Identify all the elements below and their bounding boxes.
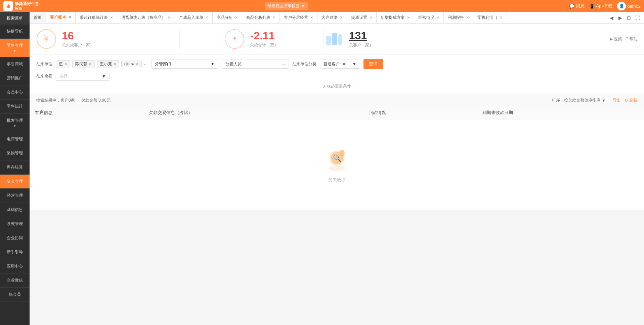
tab-close-stock-stat[interactable]: ✕ [168, 15, 171, 20]
tab-promotion-setting[interactable]: 提成设置 ✕ [347, 12, 377, 24]
main-layout: 搜索菜单 快捷导航 零售管理 ▼ 零售商城 营销推广 会员中心 零售统计 批 [0, 12, 644, 325]
tab-new-promotion[interactable]: 新增提成方案 ✕ [377, 12, 414, 24]
tab-purchase-order[interactable]: 采购订单统计表 ✕ [76, 12, 117, 24]
sidebar-item-operation-mgmt[interactable]: 经营管理 [0, 189, 30, 203]
sidebar-item-new-guide[interactable]: 新手引导 [0, 245, 30, 259]
tab-profit-report[interactable]: 利润报告 ✕ [444, 12, 473, 24]
sidebar-item-marketing[interactable]: 营销推广 [0, 71, 30, 85]
account-selector[interactable]: 母婴行业演示帐套 ▼ [265, 2, 308, 10]
tag-close-1[interactable]: ✕ [89, 62, 92, 66]
svg-text:✦: ✦ [232, 35, 238, 42]
tab-close-goods-analysis-list[interactable]: ✕ [272, 15, 275, 20]
sidebar-item-basic-info[interactable]: 基础信息 [0, 203, 30, 217]
tag-close-0[interactable]: ✕ [64, 62, 67, 66]
sidebar-item-corp-wechat[interactable]: 企业微信 [0, 274, 30, 288]
stat-values-3: 131 总客户（家） [349, 30, 373, 48]
tab-close-retail-profit[interactable]: ✕ [500, 15, 503, 20]
tag-close-3[interactable]: ✕ [136, 62, 139, 66]
person-selector[interactable]: 分管人员 ··· [222, 60, 289, 69]
unit-type-selector[interactable]: 普通客户 ✕ ▼ [320, 60, 360, 69]
tab-controls: ◀ ▶ ⊟ ⛶ [605, 14, 644, 22]
avatar: 👤 [617, 2, 626, 10]
filter-row-1: 往来单位 伍 ✕ 陈民强 ✕ 王小亮 [36, 59, 637, 69]
tab-customer-contact[interactable]: 客户联络 ✕ [317, 12, 347, 24]
tab-customer-tier[interactable]: 客户分层经营 ✕ [280, 12, 317, 24]
tab-close-customer-contact[interactable]: ✕ [340, 15, 343, 20]
tab-fullscreen[interactable]: ⛶ [634, 14, 641, 22]
tab-operation[interactable]: 经营情况 ✕ [414, 12, 444, 24]
tab-menu[interactable]: ⊟ [625, 14, 633, 22]
app-download-btn[interactable]: 📱 App下载 [589, 3, 612, 9]
top-bar: ⊕ 畅捷通好生意 标版 母婴行业演示帐套 ▼ 💬 消息 📱 App下载 👤 de [0, 0, 644, 12]
message-btn[interactable]: 💬 消息 [569, 3, 585, 9]
page-content: ¥ 16 总欠款客户（家） ✦ [30, 24, 644, 325]
sidebar-item-finance[interactable]: 资金管理 [0, 175, 30, 189]
svg-point-7 [329, 166, 345, 171]
tab-scroll-left[interactable]: ◀ [608, 14, 615, 22]
filter-more-btn[interactable]: ··· [144, 61, 148, 67]
query-button[interactable]: 查询 [363, 59, 383, 69]
stat-icon-1: ¥ [36, 29, 56, 49]
video-btn[interactable]: ▶ 视频 [610, 36, 622, 42]
col-due-date: 到期未收款日期 [477, 106, 644, 119]
sidebar-item-wholesale[interactable]: 批发管理 ▼ [0, 114, 30, 132]
sidebar-search[interactable]: 搜索菜单 [0, 12, 30, 25]
sidebar-item-quick-nav[interactable]: 快捷导航 [0, 25, 30, 39]
export-btn[interactable]: ↑ 导出 [610, 98, 621, 103]
collapse-toggle[interactable]: ∧ 收起更多条件 [323, 83, 351, 89]
svg-rect-6 [338, 34, 342, 45]
unit-type-label: 往来单位分类 [292, 61, 316, 67]
filter-tag-0: 伍 ✕ [56, 60, 70, 68]
sidebar-item-stock[interactable]: 库存核算 [0, 160, 30, 175]
sidebar-item-sys-mgmt[interactable]: 系统管理 [0, 217, 30, 231]
logo-text: 畅捷通好生意 标版 [15, 1, 39, 11]
empty-label: 暂无数据 [328, 177, 346, 183]
unit-type-clear[interactable]: ✕ [342, 62, 346, 66]
sidebar-item-vip-member[interactable]: 畅会员 [0, 288, 30, 302]
stat3-label: 总客户（家） [349, 42, 373, 48]
tab-cost-stock[interactable]: 产成品入库单 ✕ [175, 12, 213, 24]
empty-state: 🔍 暂无数据 [30, 119, 644, 210]
sidebar-item-app-center[interactable]: 应用中心 [0, 259, 30, 274]
logo-area: ⊕ 畅捷通好生意 标版 [3, 1, 265, 11]
tab-home[interactable]: 首页 [30, 12, 46, 24]
dept-selector[interactable]: 分管部门 ▼ [151, 60, 218, 69]
tab-goods-analysis[interactable]: 商品分析 ✕ [213, 12, 242, 24]
sort-selector[interactable]: 排序：按欠款金额倒序排序 ▼ [552, 98, 606, 103]
balance-selector[interactable]: 选择... ▼ [56, 72, 110, 81]
tab-scroll-right[interactable]: ▶ [616, 14, 624, 22]
tab-retail-profit[interactable]: 零售利润（ ✕ [473, 12, 507, 24]
tab-close-profit-report[interactable]: ✕ [466, 15, 469, 20]
filter-tags: 伍 ✕ 陈民强 ✕ 王小亮 ✕ [56, 60, 148, 68]
tab-close-goods-analysis[interactable]: ✕ [235, 15, 238, 20]
sidebar-item-retail-stat[interactable]: 零售统计 [0, 100, 30, 114]
user-profile-btn[interactable]: 👤 demo2 [617, 2, 641, 10]
tab-close-customer-tier[interactable]: ✕ [310, 15, 313, 20]
refresh-btn[interactable]: ↻ 刷新 [625, 98, 637, 103]
filter-tag-1: 陈民强 ✕ [72, 60, 95, 68]
tab-close-operation[interactable]: ✕ [436, 15, 439, 20]
sidebar-item-ecommerce[interactable]: 电商管理 [0, 132, 30, 146]
tag-close-2[interactable]: ✕ [113, 62, 116, 66]
sidebar-item-retail-mall[interactable]: 零售商城 [0, 57, 30, 71]
tab-close-cost-stock[interactable]: ✕ [205, 15, 208, 20]
tab-bar: 首页 客户账本 ✕ 采购订单统计表 ✕ 进货单统计表（按商品） ✕ 产成品入库单… [30, 12, 644, 24]
stats-area: ¥ 16 总欠款客户（家） ✦ [30, 24, 644, 55]
stat-help: ▶ 视频 ? 帮助 [610, 36, 637, 42]
tab-close-promotion-setting[interactable]: ✕ [369, 15, 372, 20]
tab-close-new-promotion[interactable]: ✕ [407, 15, 410, 20]
tab-customer-book[interactable]: 客户账本 ✕ [46, 12, 76, 24]
svg-point-11 [339, 150, 345, 156]
tab-goods-analysis-list[interactable]: 商品分析列表 ✕ [242, 12, 280, 24]
tab-close-customer-book[interactable]: ✕ [68, 15, 71, 20]
sidebar-item-members[interactable]: 会员中心 [0, 85, 30, 100]
sidebar-item-retail[interactable]: 零售管理 ▼ [0, 39, 30, 57]
sidebar-item-corp-coop[interactable]: 企业协同 [0, 231, 30, 245]
help-btn[interactable]: ? 帮助 [626, 36, 637, 42]
result-actions: 排序：按欠款金额倒序排序 ▼ ↑ 导出 ↻ 刷新 [552, 98, 637, 103]
stat1-value: 16 [62, 30, 94, 41]
tab-close-purchase-order[interactable]: ✕ [110, 15, 113, 20]
tab-stock-stat[interactable]: 进货单统计表（按商品） ✕ [117, 12, 175, 24]
col-debt-info: 欠款交易信息（占比） [143, 106, 363, 119]
sidebar-item-purchase[interactable]: 采购管理 [0, 146, 30, 160]
